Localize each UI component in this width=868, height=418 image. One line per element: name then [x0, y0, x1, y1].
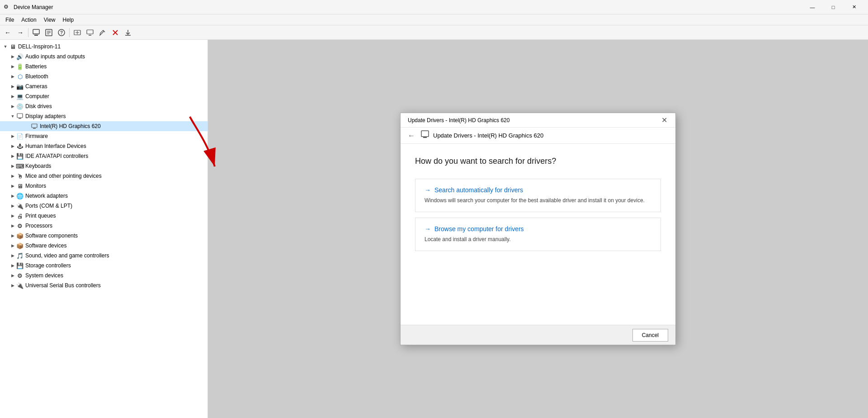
svg-rect-17 — [17, 114, 23, 118]
toolbar-help[interactable]: ? — [56, 27, 67, 38]
expand-display[interactable]: ▼ — [9, 113, 16, 120]
toolbar-scan[interactable] — [71, 27, 83, 38]
system-label: System devices — [25, 272, 63, 279]
dialog-close-button[interactable]: ✕ — [658, 114, 670, 126]
sw-components-icon: 📦 — [16, 232, 24, 239]
sound-label: Sound, video and game controllers — [25, 252, 109, 259]
browse-title: → Browse my computer for drivers — [425, 225, 651, 233]
browse-desc: Locate and install a driver manually. — [425, 235, 651, 243]
device-tree[interactable]: ▼ 🖥 DELL-Inspiron-11 ▶ 🔊 Audio inputs an… — [0, 40, 208, 418]
tree-mice[interactable]: ▶ 🖱 Mice and other pointing devices — [0, 171, 208, 181]
menu-view[interactable]: View — [40, 16, 59, 24]
toolbar-remove[interactable] — [109, 27, 121, 38]
maximize-button[interactable]: □ — [823, 0, 844, 14]
hid-label: Human Interface Devices — [25, 143, 86, 149]
browse-computer-option[interactable]: → Browse my computer for drivers Locate … — [415, 218, 661, 251]
cancel-button[interactable]: Cancel — [632, 329, 668, 342]
tree-display[interactable]: ▼ Display adapters — [0, 111, 208, 121]
expand-computer[interactable]: ▶ — [9, 93, 16, 100]
tree-hid[interactable]: ▶ 🕹 Human Interface Devices — [0, 141, 208, 151]
firmware-label: Firmware — [25, 133, 48, 139]
svg-rect-11 — [89, 35, 91, 36]
expand-sound[interactable]: ▶ — [9, 252, 16, 259]
tree-network[interactable]: ▶ 🌐 Network adapters — [0, 191, 208, 201]
menu-help[interactable]: Help — [59, 16, 78, 24]
expand-processors[interactable]: ▶ — [9, 222, 16, 229]
menu-file[interactable]: File — [2, 16, 18, 24]
browse-arrow: → — [425, 225, 431, 233]
computer-label: Computer — [25, 93, 49, 100]
tree-cameras[interactable]: ▶ 📷 Cameras — [0, 81, 208, 91]
modal-overlay: Update Drivers - Intel(R) HD Graphics 62… — [208, 40, 868, 418]
expand-system[interactable]: ▶ — [9, 272, 16, 279]
toolbar-display[interactable] — [84, 27, 96, 38]
tree-batteries[interactable]: ▶ 🔋 Batteries — [0, 62, 208, 71]
tree-storage[interactable]: ▶ 💾 Storage controllers — [0, 261, 208, 271]
expand-batteries[interactable]: ▶ — [9, 63, 16, 70]
expand-root[interactable]: ▼ — [2, 43, 9, 50]
tree-root[interactable]: ▼ 🖥 DELL-Inspiron-11 — [0, 42, 208, 52]
tree-system[interactable]: ▶ ⚙ System devices — [0, 271, 208, 280]
firmware-icon: 📄 — [16, 133, 24, 140]
sw-devices-label: Software devices — [25, 242, 66, 249]
tree-audio[interactable]: ▶ 🔊 Audio inputs and outputs — [0, 52, 208, 62]
close-button[interactable]: ✕ — [844, 0, 864, 14]
print-icon: 🖨 — [16, 212, 24, 219]
expand-usb[interactable]: ▶ — [9, 282, 16, 289]
tree-graphics[interactable]: ▶ Intel(R) HD Graphics 620 — [0, 121, 208, 131]
network-label: Network adapters — [25, 193, 68, 199]
tree-sw-components[interactable]: ▶ 📦 Software components — [0, 231, 208, 241]
expand-firmware[interactable]: ▶ — [9, 133, 16, 140]
expand-hid[interactable]: ▶ — [9, 142, 16, 150]
expand-sw-devices[interactable]: ▶ — [9, 242, 16, 249]
toolbar-back[interactable]: ← — [2, 27, 14, 38]
tree-sw-devices[interactable]: ▶ 📦 Software devices — [0, 241, 208, 251]
tree-firmware[interactable]: ▶ 📄 Firmware — [0, 131, 208, 141]
toolbar: ← → ? — [0, 25, 868, 40]
toolbar-properties[interactable] — [43, 27, 55, 38]
cameras-icon: 📷 — [16, 83, 24, 90]
audio-label: Audio inputs and outputs — [25, 53, 85, 60]
search-automatically-option[interactable]: → Search automatically for drivers Windo… — [415, 179, 661, 212]
expand-monitors[interactable]: ▶ — [9, 182, 16, 190]
expand-cameras[interactable]: ▶ — [9, 83, 16, 90]
tree-monitors[interactable]: ▶ 🖥 Monitors — [0, 181, 208, 191]
tree-computer[interactable]: ▶ 💻 Computer — [0, 91, 208, 101]
expand-print[interactable]: ▶ — [9, 212, 16, 219]
disk-label: Disk drives — [25, 103, 52, 109]
expand-ports[interactable]: ▶ — [9, 202, 16, 209]
expand-network[interactable]: ▶ — [9, 192, 16, 200]
expand-storage[interactable]: ▶ — [9, 262, 16, 269]
tree-sound[interactable]: ▶ 🎵 Sound, video and game controllers — [0, 251, 208, 261]
expand-ide[interactable]: ▶ — [9, 152, 16, 160]
dialog-back-button[interactable]: ← — [406, 130, 417, 141]
dialog-nav-title: Update Drivers - Intel(R) HD Graphics 62… — [433, 132, 543, 139]
tree-print[interactable]: ▶ 🖨 Print queues — [0, 211, 208, 221]
display-icon — [16, 113, 24, 120]
expand-audio[interactable]: ▶ — [9, 53, 16, 60]
toolbar-computer[interactable] — [30, 27, 42, 38]
processors-icon: ⚙ — [16, 222, 24, 229]
keyboards-icon: ⌨ — [16, 162, 24, 170]
tree-bluetooth[interactable]: ▶ ⬡ Bluetooth — [0, 71, 208, 81]
dialog-body: How do you want to search for drivers? →… — [401, 144, 675, 325]
minimize-button[interactable]: — — [802, 0, 823, 14]
toolbar-download[interactable] — [122, 27, 134, 38]
tree-usb[interactable]: ▶ 🔌 Universal Serial Bus controllers — [0, 280, 208, 290]
tree-ports[interactable]: ▶ 🔌 Ports (COM & LPT) — [0, 201, 208, 211]
expand-sw-components[interactable]: ▶ — [9, 232, 16, 239]
graphics-label: Intel(R) HD Graphics 620 — [40, 123, 101, 129]
expand-disk[interactable]: ▶ — [9, 103, 16, 110]
expand-bluetooth[interactable]: ▶ — [9, 73, 16, 80]
tree-disk[interactable]: ▶ 💿 Disk drives — [0, 101, 208, 111]
expand-mice[interactable]: ▶ — [9, 172, 16, 180]
tree-processors[interactable]: ▶ ⚙ Processors — [0, 221, 208, 231]
tree-keyboards[interactable]: ▶ ⌨ Keyboards — [0, 161, 208, 171]
usb-icon: 🔌 — [16, 282, 24, 289]
tree-ide[interactable]: ▶ 💾 IDE ATA/ATAPI controllers — [0, 151, 208, 161]
toolbar-forward[interactable]: → — [14, 27, 26, 38]
dialog-nav: ← Update Drivers - Intel(R) HD Graphics … — [401, 128, 675, 144]
toolbar-edit[interactable] — [97, 27, 108, 38]
menu-action[interactable]: Action — [18, 16, 40, 24]
usb-label: Universal Serial Bus controllers — [25, 282, 101, 289]
